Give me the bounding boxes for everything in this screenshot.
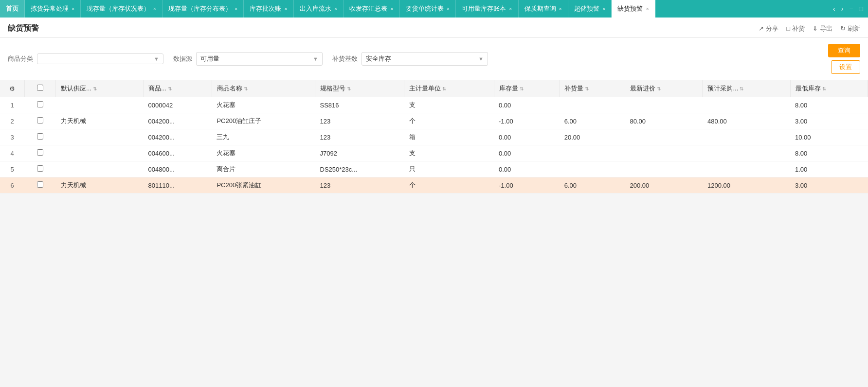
table-wrapper: ⚙ 默认供应... ⇅ 商品... ⇅ [0,80,868,194]
column-product-code[interactable]: 商品... ⇅ [144,80,212,97]
settings-button[interactable]: 设置 [831,60,860,74]
cell-checkbox-3[interactable] [24,145,56,161]
cell-latest-price-0 [625,97,703,113]
tab-prev-button[interactable]: ‹ [830,4,838,14]
tab-inventory-dist[interactable]: 现存量（库存分布表） × [163,0,244,18]
spec-header: 规格型号 [320,84,345,93]
tab-minimize-button[interactable]: − [846,4,856,14]
category-select[interactable]: ▼ [37,53,163,64]
tab-receive-summary-close[interactable]: × [390,6,393,12]
tab-inventory-status[interactable]: 现存量（库存状况表） × [81,0,162,18]
cell-replenish-4 [560,161,625,177]
tab-demand-stats[interactable]: 要货单统计表 × [400,0,456,18]
cell-checkbox-2[interactable] [24,129,56,145]
tab-inout-flow-close[interactable]: × [334,6,337,12]
estimated-purchase-sort[interactable]: 预计采购... ⇅ [707,84,743,93]
tab-batch-account[interactable]: 库存批次账 × [244,0,293,18]
product-code-sort[interactable]: 商品... ⇅ [148,84,172,93]
cell-min-stock-3: 8.00 [790,145,868,161]
replenish-base-label: 补货基数 [332,54,358,63]
stock-sort-icon: ⇅ [520,86,524,91]
tab-expiry-query[interactable]: 保质期查询 × [519,0,568,18]
data-table: ⚙ 默认供应... ⇅ 商品... ⇅ [0,80,868,194]
column-replenish[interactable]: 补货量 ⇅ [560,80,625,97]
table-row: 2 力天机械 004200... PC200油缸庄子 123 个 -1.00 6… [0,113,868,129]
column-spec[interactable]: 规格型号 ⇅ [315,80,404,97]
column-min-stock[interactable]: 最低库存 ⇅ [790,80,868,97]
tab-home[interactable]: 首页 [0,0,25,18]
tab-bar: 首页 拣货异常处理 × 现存量（库存状况表） × 现存量（库存分布表） × 库存… [0,0,868,18]
cell-code-1: 004200... [144,113,212,129]
column-default-supplier[interactable]: 默认供应... ⇅ [56,80,144,97]
row-checkbox-4[interactable] [37,165,43,172]
query-button[interactable]: 查询 [828,44,860,57]
row-checkbox-3[interactable] [37,149,43,156]
cell-checkbox-4[interactable] [24,161,56,177]
cell-replenish-5: 6.00 [560,177,625,194]
column-product-name[interactable]: 商品名称 ⇅ [212,80,315,97]
stock-sort[interactable]: 库存量 ⇅ [499,84,524,93]
tab-maximize-button[interactable]: □ [856,4,866,14]
latest-price-sort[interactable]: 最新进价 ⇅ [630,84,661,93]
category-label: 商品分类 [8,54,33,63]
tab-overstock[interactable]: 超储预警 × [568,0,612,18]
tab-inventory-dist-close[interactable]: × [235,6,237,12]
row-checkbox-5[interactable] [37,181,43,188]
replenish-button[interactable]: □ 补货 [786,24,805,33]
datasource-value: 可用量 [200,54,219,63]
tab-available-ledger[interactable]: 可用量库存账本 × [456,0,518,18]
min-stock-sort[interactable]: 最低库存 ⇅ [796,84,826,93]
tab-batch-account-close[interactable]: × [284,6,287,12]
spec-sort[interactable]: 规格型号 ⇅ [320,84,351,93]
cell-checkbox-1[interactable] [24,113,56,129]
column-checkbox[interactable] [24,80,56,97]
tab-overstock-close[interactable]: × [602,6,605,12]
row-checkbox-0[interactable] [37,101,43,107]
cell-checkbox-5[interactable] [24,177,56,194]
datasource-select[interactable]: 可用量 ▼ [196,52,323,66]
tab-receive-summary[interactable]: 收发存汇总表 × [344,0,399,18]
product-name-sort[interactable]: 商品名称 ⇅ [217,84,248,93]
tab-available-ledger-close[interactable]: × [509,6,512,12]
cell-unit-4: 只 [404,161,494,177]
default-supplier-sort[interactable]: 默认供应... ⇅ [61,84,97,93]
replenish-icon: □ [786,25,790,32]
cell-unit-1: 个 [404,113,494,129]
cell-estimated-purchase-5: 1200.00 [703,177,790,194]
page-title: 缺货预警 [8,23,759,34]
unit-sort[interactable]: 主计量单位 ⇅ [409,84,446,93]
share-icon: ↗ [759,25,764,32]
tab-shortage[interactable]: 缺货预警 × [612,0,655,18]
default-supplier-sort-icon: ⇅ [93,86,97,91]
tab-expiry-query-close[interactable]: × [559,6,562,12]
replenish-sort[interactable]: 补货量 ⇅ [564,84,589,93]
cell-checkbox-0[interactable] [24,97,56,113]
column-unit[interactable]: 主计量单位 ⇅ [404,80,494,97]
tab-inventory-status-close[interactable]: × [153,6,156,12]
replenish-base-select[interactable]: 安全库存 ▼ [362,52,488,66]
replenish-base-filter-group: 补货基数 安全库存 ▼ [332,52,488,66]
column-latest-price[interactable]: 最新进价 ⇅ [625,80,703,97]
column-gear[interactable]: ⚙ [0,80,24,97]
tab-next-button[interactable]: › [838,4,847,14]
tab-inout-flow[interactable]: 出入库流水 × [294,0,344,18]
refresh-button[interactable]: ↻ 刷新 [840,24,860,33]
row-checkbox-1[interactable] [37,117,43,123]
tab-demand-stats-close[interactable]: × [447,6,450,12]
cell-estimated-purchase-4 [703,161,790,177]
select-all-checkbox[interactable] [37,85,43,91]
cell-latest-price-5: 200.00 [625,177,703,194]
cell-code-3: 004600... [144,145,212,161]
export-button[interactable]: ⇓ 导出 [813,24,832,33]
tab-abnormal[interactable]: 拣货异常处理 × [25,0,81,18]
column-stock[interactable]: 库存量 ⇅ [494,80,560,97]
cell-replenish-0 [560,97,625,113]
share-button[interactable]: ↗ 分享 [759,24,778,33]
column-estimated-purchase[interactable]: 预计采购... ⇅ [703,80,790,97]
datasource-filter-group: 数据源 可用量 ▼ [173,52,323,66]
row-checkbox-2[interactable] [37,133,43,140]
cell-stock-1: -1.00 [494,113,560,129]
tab-shortage-close[interactable]: × [646,6,649,12]
tab-abnormal-close[interactable]: × [72,6,74,12]
table-row: 6 力天机械 801110... PC200张紧油缸 123 个 -1.00 6… [0,177,868,194]
